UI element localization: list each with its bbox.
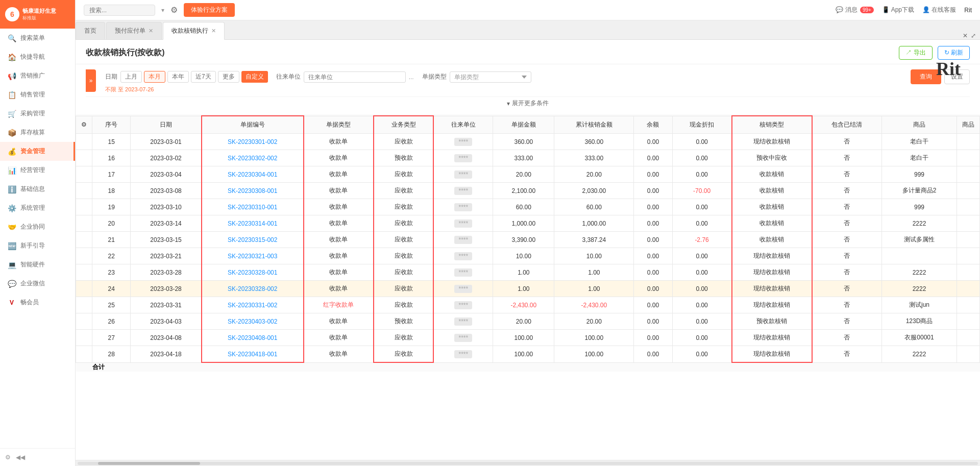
row-settings-cell (76, 199, 92, 215)
date-custom-btn[interactable]: 自定义 (241, 71, 268, 83)
row-cash-discount: 0.00 (672, 134, 731, 150)
col-header-settings[interactable]: ⚙ (76, 116, 92, 134)
voucher-no-link[interactable]: SK-20230308-001 (228, 187, 277, 194)
sidebar-item-wechat[interactable]: 💬 企业微信 (0, 274, 75, 293)
row-goods: 衣服00001 (882, 330, 957, 346)
row-verify-type: 收款核销 (732, 215, 812, 232)
export-button[interactable]: ↗ 导出 (899, 46, 932, 60)
sidebar-item-label-finance: 资金管理 (20, 147, 45, 156)
refresh-button[interactable]: ↻ 刷新 (938, 46, 970, 60)
sidebar-item-system[interactable]: ⚙️ 系统管理 (0, 199, 75, 217)
sidebar-item-corp[interactable]: 🤝 企业协同 (0, 217, 75, 236)
tab-expand-icon[interactable]: ⤢ (971, 32, 976, 39)
user-name: Rit (964, 7, 972, 14)
tab-receipt-close[interactable]: ✕ (211, 28, 216, 34)
message-icon[interactable]: 💬 消息 99+ (836, 6, 874, 14)
filter-expand-btn[interactable]: ▾ 展开更多条件 (86, 96, 970, 110)
row-goods2 (957, 166, 980, 183)
topbar-dropdown-arrow[interactable]: ▾ (161, 7, 164, 14)
sidebar-item-purchase[interactable]: 🛒 采购管理 (0, 104, 75, 123)
tab-actions: ✕ ⤢ (963, 32, 980, 39)
page-actions: ↗ 导出 ↻ 刷新 (899, 46, 970, 60)
row-amount: 100.00 (493, 346, 554, 363)
scrollbar-track[interactable] (78, 462, 978, 465)
collapse-icon[interactable]: ◀◀ (16, 454, 25, 461)
row-verify-type: 收款核销 (732, 183, 812, 199)
sidebar-item-search[interactable]: 🔍 搜索菜单 (0, 29, 75, 47)
scrollbar-thumb[interactable] (98, 462, 200, 465)
date-btn-7days[interactable]: 近7天 (191, 71, 216, 83)
voucher-no-link[interactable]: SK-20230328-001 (228, 269, 277, 276)
tab-prepay-close[interactable]: ✕ (149, 28, 153, 34)
filter-toggle-button[interactable]: » (86, 69, 96, 92)
voucher-no-link[interactable]: SK-20230331-002 (228, 302, 277, 309)
row-seq: 28 (92, 346, 131, 363)
voucher-no-link[interactable]: SK-20230403-002 (228, 318, 277, 325)
tab-receipt[interactable]: 收款核销执行 ✕ (163, 22, 225, 40)
row-amount: 10.00 (493, 248, 554, 264)
row-include-settled: 否 (812, 150, 882, 166)
voucher-no-link[interactable]: SK-20230321-003 (228, 253, 277, 260)
sidebar-item-quicknav[interactable]: 🏠 快捷导航 (0, 47, 75, 66)
topbar-search-input[interactable] (84, 5, 155, 16)
sidebar-item-label-marketing: 营销推广 (20, 71, 45, 80)
row-seq: 20 (92, 215, 131, 232)
voucher-no-link[interactable]: SK-20230301-002 (228, 138, 277, 145)
date-btn-more[interactable]: 更多 (218, 71, 239, 83)
sidebar-item-marketing[interactable]: 📢 营销推广 (0, 66, 75, 85)
sidebar-item-finance[interactable]: 💰 资金管理 (0, 142, 75, 161)
table-scrollbar[interactable] (76, 460, 980, 466)
voucher-no-link[interactable]: SK-20230310-001 (228, 204, 277, 211)
tab-home[interactable]: 首页 (76, 22, 105, 39)
row-verified-amount: 3,387.24 (554, 232, 634, 248)
row-goods2 (957, 199, 980, 215)
row-voucher-no: SK-20230304-001 (202, 166, 304, 183)
row-voucher-no: SK-20230418-001 (202, 346, 304, 363)
row-biz-type: 应收款 (374, 134, 433, 150)
voucher-no-link[interactable]: SK-20230418-001 (228, 351, 277, 358)
row-settings-cell (76, 297, 92, 313)
voucher-no-link[interactable]: SK-20230315-002 (228, 236, 277, 243)
voucher-no-link[interactable]: SK-20230314-001 (228, 220, 277, 227)
counterparty-input[interactable] (304, 71, 406, 83)
filter-date-item: 日期 上月 本月 本年 近7天 更多 自定义 (105, 71, 268, 83)
sidebar-item-guide[interactable]: 🆕 新手引导 (0, 236, 75, 255)
search-icon: 🔍 (7, 34, 16, 42)
row-amount: 360.00 (493, 134, 554, 150)
row-verified-amount: 1.00 (554, 264, 634, 281)
sidebar-item-label-inventory: 库存核算 (20, 128, 45, 137)
row-seq: 25 (92, 297, 131, 313)
sidebar-item-inventory[interactable]: 📦 库存核算 (0, 123, 75, 142)
sidebar-item-hardware[interactable]: 💻 智能硬件 (0, 255, 75, 274)
voucher-no-link[interactable]: SK-20230408-001 (228, 334, 277, 341)
sidebar-item-basic[interactable]: ℹ️ 基础信息 (0, 180, 75, 199)
row-balance: 0.00 (634, 215, 672, 232)
date-btn-last-month[interactable]: 上月 (120, 71, 142, 83)
filter-area: » 日期 上月 本月 本年 近7天 更多 自定义 (76, 64, 980, 115)
row-biz-type: 应收款 (374, 297, 433, 313)
row-voucher-type: 红字收款单 (304, 297, 374, 313)
row-counterparty: **** (433, 248, 493, 264)
row-cash-discount: 0.00 (672, 215, 731, 232)
date-btn-this-month[interactable]: 本月 (144, 71, 165, 83)
topbar-settings-icon[interactable]: ⚙ (170, 5, 178, 15)
voucher-no-link[interactable]: SK-20230328-002 (228, 285, 277, 292)
voucher-no-link[interactable]: SK-20230304-001 (228, 171, 277, 178)
tab-prepay[interactable]: 预付应付单 ✕ (106, 22, 162, 39)
industry-btn[interactable]: 体验行业方案 (184, 3, 235, 17)
table-settings-icon[interactable]: ⚙ (81, 121, 87, 128)
settings-bottom-icon[interactable]: ⚙ (5, 454, 11, 461)
voucher-type-select[interactable]: 单据类型 (450, 71, 531, 83)
sidebar-item-ops[interactable]: 📊 经营管理 (0, 161, 75, 180)
row-cash-discount: 0.00 (672, 297, 731, 313)
voucher-no-link[interactable]: SK-20230302-002 (228, 155, 277, 162)
app-download-btn[interactable]: 📱 App下载 (882, 6, 914, 14)
online-support-btn[interactable]: 👤 在线客服 (922, 6, 956, 14)
date-btn-this-year[interactable]: 本年 (167, 71, 189, 83)
tab-close-all-icon[interactable]: ✕ (963, 32, 968, 39)
row-counterparty: **** (433, 199, 493, 215)
sidebar-item-sales[interactable]: 📋 销售管理 (0, 85, 75, 104)
row-goods2 (957, 215, 980, 232)
sidebar-item-member[interactable]: V 畅会员 (0, 293, 75, 312)
col-header-cash-discount: 现金折扣 (672, 116, 731, 134)
